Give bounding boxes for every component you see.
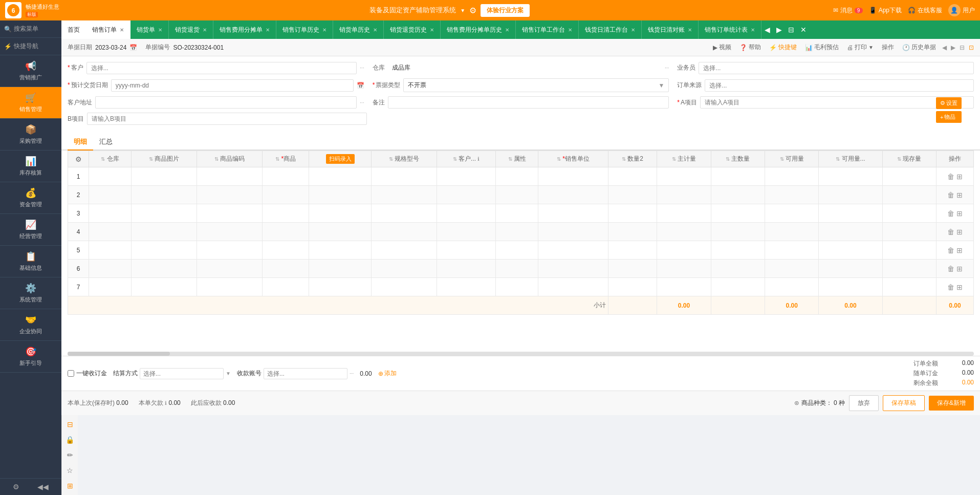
user-item[interactable]: 👤 用户 <box>948 4 975 16</box>
customer-more-icon[interactable]: ··· <box>360 65 364 71</box>
payment-method-input[interactable] <box>140 368 224 379</box>
sidebar-item-finance[interactable]: 💰 资金管理 <box>0 182 61 214</box>
tab-daily-reconcile-close[interactable]: ✕ <box>688 27 692 33</box>
tab-close-all-button[interactable]: ✕ <box>797 26 810 34</box>
discard-button[interactable]: 放弃 <box>849 395 879 411</box>
tab-expense-split[interactable]: 销售费用分摊单 ✕ <box>213 20 276 39</box>
expand-icon[interactable]: ⊡ <box>969 44 974 51</box>
online-service-item[interactable]: 🎧 在线客服 <box>908 6 942 15</box>
save-new-button[interactable]: 保存&新增 <box>929 396 974 411</box>
tab-return-history[interactable]: 销货退货历史 ✕ <box>384 20 441 39</box>
row-code-1[interactable] <box>197 167 262 186</box>
tab-slip-history-close[interactable]: ✕ <box>373 27 377 33</box>
order-source-input[interactable] <box>705 79 974 92</box>
app-download-item[interactable]: 📱 App下载 <box>869 6 902 15</box>
customer-input[interactable] <box>86 62 357 74</box>
copy-row-3-button[interactable]: ⊞ <box>956 209 963 218</box>
right-panel-star-button[interactable]: ☆ <box>63 463 77 478</box>
row-qty2-2[interactable] <box>608 186 657 204</box>
settings-button[interactable]: ⚙ <box>469 6 476 15</box>
one-click-payment-checkbox[interactable]: 一键收订金 <box>68 369 107 378</box>
tab-order-workbench-close[interactable]: ✕ <box>568 27 572 33</box>
row-attr-2[interactable] <box>496 186 538 204</box>
tab-slip-history[interactable]: 销货单历史 ✕ <box>333 20 384 39</box>
copy-row-7-button[interactable]: ⊞ <box>956 283 963 291</box>
industry-button[interactable]: 体验行业方案 <box>481 4 530 17</box>
horizontal-scrollbar[interactable] <box>68 352 974 356</box>
sidebar-item-marketing[interactable]: 📢 营销推广 <box>0 55 61 87</box>
delivery-date-input[interactable] <box>111 79 354 92</box>
right-panel-table-button[interactable]: ⊟ <box>63 417 77 432</box>
right-panel-edit-button[interactable]: ✏ <box>63 448 77 462</box>
row-cust-code-2[interactable] <box>437 186 495 204</box>
calendar2-icon[interactable]: 📅 <box>357 82 364 89</box>
tab-order-history[interactable]: 销售订单历史 ✕ <box>276 20 333 39</box>
sidebar-item-sales[interactable]: 🛒 销售管理 <box>0 87 61 119</box>
row-attr-1[interactable] <box>496 167 538 186</box>
tab-sales-order-close[interactable]: ✕ <box>120 27 124 33</box>
sidebar-item-purchase[interactable]: 📦 采购管理 <box>0 119 61 150</box>
help-button[interactable]: ❓ 帮助 <box>737 42 763 53</box>
sidebar-item-enterprise[interactable]: 🤝 企业协同 <box>0 309 61 341</box>
tab-daily-workbench-close[interactable]: ✕ <box>631 27 635 33</box>
row-qty2-1[interactable] <box>608 167 657 186</box>
copy-row-6-button[interactable]: ⊞ <box>956 265 963 273</box>
sidebar-item-base[interactable]: 📋 基础信息 <box>0 246 61 277</box>
row-unit-1[interactable] <box>538 167 608 186</box>
save-draft-button[interactable]: 保存草稿 <box>883 395 925 411</box>
nav-prev-icon[interactable]: ◀ <box>942 44 947 51</box>
tab-return-history-close[interactable]: ✕ <box>430 27 434 33</box>
delete-row-5-button[interactable]: 🗑 <box>947 246 954 254</box>
tab-summary[interactable]: 汇总 <box>93 134 119 150</box>
b-project-input[interactable] <box>87 113 367 125</box>
tab-next-button[interactable]: ▶ <box>773 26 785 34</box>
history-button[interactable]: 🕐 历史单据 <box>900 42 938 53</box>
invoice-select[interactable]: 不开票 ▼ <box>403 78 669 92</box>
sidebar-item-inventory[interactable]: 📊 库存核算 <box>0 150 61 182</box>
scan-button[interactable]: 扫码录入 <box>326 154 355 164</box>
tab-daily-reconcile[interactable]: 钱货日清对账 ✕ <box>642 20 699 39</box>
add-goods-button[interactable]: + 物品 <box>936 111 962 123</box>
tab-returns[interactable]: 销货退货 ✕ <box>169 20 213 39</box>
message-item[interactable]: ✉ 消息 9 <box>833 6 863 15</box>
row-spec-2[interactable] <box>372 186 437 204</box>
address-more-icon[interactable]: ··· <box>360 100 364 105</box>
row-cust-code-1[interactable] <box>437 167 495 186</box>
row-warehouse-1[interactable] <box>89 167 132 186</box>
sidebar-search[interactable]: 🔍 搜索菜单 <box>0 20 61 38</box>
delete-row-2-button[interactable]: 🗑 <box>947 191 954 199</box>
address-input[interactable] <box>95 96 357 109</box>
delete-row-6-button[interactable]: 🗑 <box>947 265 954 273</box>
copy-row-5-button[interactable]: ⊞ <box>956 246 963 254</box>
sidebar-item-guide[interactable]: 🎯 新手引导 <box>0 341 61 373</box>
a-project-input[interactable] <box>700 96 974 109</box>
profit-button[interactable]: 📊 毛利预估 <box>803 42 841 53</box>
row-code-2[interactable] <box>197 186 262 204</box>
tab-order-stats[interactable]: 销售订单统计表 ✕ <box>699 20 761 39</box>
tab-sales-slip[interactable]: 销货单 ✕ <box>130 20 169 39</box>
delete-row-7-button[interactable]: 🗑 <box>947 283 954 291</box>
grid-icon[interactable]: ⊟ <box>960 44 965 51</box>
tab-expense-history[interactable]: 销售费用分摊单历史 ✕ <box>441 20 516 39</box>
row-spec-1[interactable] <box>372 167 437 186</box>
calendar-icon[interactable]: 📅 <box>129 44 137 51</box>
right-panel-scan-button[interactable]: ⊞ <box>63 479 77 493</box>
sidebar-item-system[interactable]: ⚙️ 系统管理 <box>0 277 61 309</box>
copy-row-1-button[interactable]: ⊞ <box>956 173 963 181</box>
row-unit-2[interactable] <box>538 186 608 204</box>
tab-sales-order[interactable]: 销售订单 ✕ <box>86 20 130 39</box>
warehouse-more-icon[interactable]: ··· <box>665 65 669 71</box>
tab-order-workbench[interactable]: 销售订单工作台 ✕ <box>516 20 579 39</box>
nav-next-icon[interactable]: ▶ <box>951 44 955 51</box>
print-button[interactable]: 🖨 打印 ▼ <box>845 42 876 53</box>
tab-order-stats-close[interactable]: ✕ <box>751 27 755 33</box>
row-product-1[interactable] <box>262 167 309 186</box>
row-product-2[interactable] <box>262 186 309 204</box>
delete-row-3-button[interactable]: 🗑 <box>947 209 954 218</box>
copy-row-4-button[interactable]: ⊞ <box>956 228 963 236</box>
add-payment-button[interactable]: ⊕ 添加 <box>378 369 397 378</box>
tab-home[interactable]: 首页 <box>61 20 86 39</box>
view-button[interactable]: ▶ 视频 <box>711 42 733 53</box>
sidebar-item-operations[interactable]: 📈 经营管理 <box>0 214 61 246</box>
sidebar-settings-button[interactable]: ⚙ <box>13 483 19 491</box>
